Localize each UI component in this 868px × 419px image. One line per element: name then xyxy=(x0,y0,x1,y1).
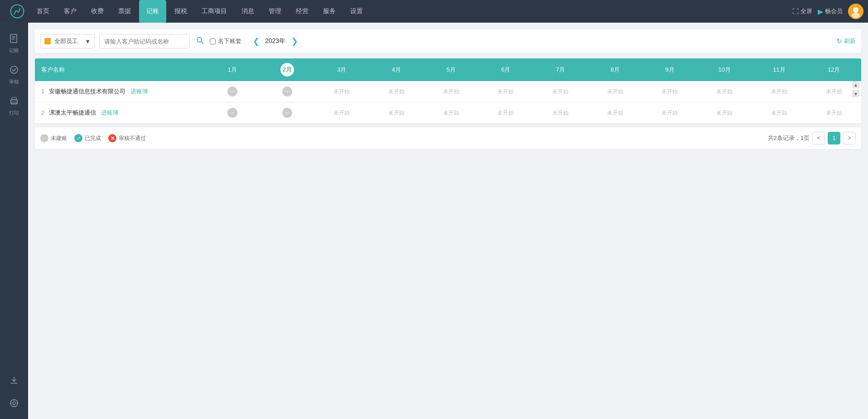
month-cell-5: 未开始 xyxy=(478,81,533,102)
support-icon xyxy=(7,396,21,410)
status-not-started: 未开始 xyxy=(552,110,569,116)
month-cell-4: 未开始 xyxy=(424,102,478,124)
nav-client[interactable]: 客户 xyxy=(57,0,84,23)
nav-right-area: ⛶ 全屏 ▶ 畅会员 xyxy=(792,4,863,19)
table-scroll[interactable]: 客户名称 1月 2月 3月 4月 5月 6月 7月 8月 9月 10月 11月 … xyxy=(35,58,861,124)
my-accounts-checkbox[interactable] xyxy=(210,39,216,44)
month-cell-11: 未开始 xyxy=(806,102,861,124)
header-month-6: 6月 xyxy=(478,58,533,81)
status-not-started: 未开始 xyxy=(716,110,733,116)
svg-point-13 xyxy=(13,402,15,405)
side-nav: 记账 审核 打印 xyxy=(0,23,28,419)
search-button[interactable] xyxy=(194,37,205,46)
member-btn[interactable]: ▶ 畅会员 xyxy=(818,7,843,16)
header-month-7: 7月 xyxy=(533,58,588,81)
side-nav-support[interactable] xyxy=(7,392,21,414)
side-nav-print[interactable]: 打印 xyxy=(0,90,28,121)
next-year-button[interactable]: ❯ xyxy=(289,36,300,47)
status-not-started: 未开始 xyxy=(661,88,678,95)
scroll-up-button[interactable]: ▲ xyxy=(852,81,859,88)
next-page-button[interactable]: > xyxy=(843,132,856,144)
status-circle: − xyxy=(227,108,237,118)
header-month-10: 10月 xyxy=(697,58,752,81)
table-row: 1 安徽畅捷通信息技术有限公司 进账簿 −−未开始未开始未开始未开始未开始未开始… xyxy=(35,81,861,102)
status-not-started: 未开始 xyxy=(661,110,678,116)
client-num: 2 xyxy=(41,109,44,116)
svg-point-8 xyxy=(10,66,18,73)
status-not-started: 未开始 xyxy=(771,110,787,116)
fullscreen-label: 全屏 xyxy=(800,7,812,15)
nav-message[interactable]: 消息 xyxy=(234,0,261,23)
status-not-started: 未开始 xyxy=(552,88,569,95)
fullscreen-icon: ⛶ xyxy=(792,8,799,15)
play-icon: ▶ xyxy=(818,7,823,16)
nav-operation[interactable]: 经营 xyxy=(289,0,316,23)
client-cell-1: 2 漯澳太平畅捷通信 进账簿 xyxy=(35,102,205,124)
side-nav-audit[interactable]: 审核 xyxy=(0,58,28,90)
refresh-label: 刷新 xyxy=(844,37,856,45)
footer: 未建账 ✓ 已完成 ✕ 审核不通过 共2条记录，1页 < 1 > xyxy=(35,127,861,149)
refresh-icon: ↻ xyxy=(836,37,842,45)
nav-manage[interactable]: 管理 xyxy=(261,0,289,23)
toolbar: 全部员工 ▼ 名下账套 ❮ 2023年 ❯ ↻ 刷新 xyxy=(35,29,861,53)
nav-tax[interactable]: 报税 xyxy=(167,0,194,23)
client-cell-0: 1 安徽畅捷通信息技术有限公司 进账簿 xyxy=(35,81,205,102)
nav-menu: 首页 客户 收费 票据 记账 报税 工商项目 消息 管理 经营 服务 设置 xyxy=(29,0,792,23)
refresh-button[interactable]: ↻ 刷新 xyxy=(836,37,856,45)
svg-point-2 xyxy=(853,7,858,13)
header-month-9: 9月 xyxy=(642,58,697,81)
client-name: 安徽畅捷通信息技术有限公司 xyxy=(49,88,125,95)
active-month-circle: 2月 xyxy=(280,63,294,77)
nav-home[interactable]: 首页 xyxy=(29,0,57,23)
month-cell-2: 未开始 xyxy=(314,81,369,102)
fullscreen-btn[interactable]: ⛶ 全屏 xyxy=(792,7,812,15)
page-1-button[interactable]: 1 xyxy=(828,132,840,144)
status-not-started: 未开始 xyxy=(771,88,787,95)
status-not-started: 未开始 xyxy=(497,110,514,116)
month-cell-1: − xyxy=(260,102,314,124)
svg-point-3 xyxy=(852,13,860,18)
employee-select[interactable]: 全部员工 ▼ xyxy=(40,34,95,48)
status-not-started: 未开始 xyxy=(607,110,623,116)
status-not-started: 未开始 xyxy=(716,88,733,95)
my-accounts-checkbox-label[interactable]: 名下账套 xyxy=(210,37,241,45)
top-nav: 首页 客户 收费 票据 记账 报税 工商项目 消息 管理 经营 服务 设置 ⛶ … xyxy=(0,0,868,23)
prev-year-button[interactable]: ❮ xyxy=(251,36,261,47)
data-table-container: 客户名称 1月 2月 3月 4月 5月 6月 7月 8月 9月 10月 11月 … xyxy=(35,58,861,124)
month-cell-9: 未开始 xyxy=(697,81,752,102)
nav-service[interactable]: 服务 xyxy=(316,0,343,23)
avatar[interactable] xyxy=(848,4,863,19)
month-cell-0: − xyxy=(205,81,260,102)
status-circle: − xyxy=(282,87,292,96)
legend-not-created-label: 未建账 xyxy=(51,135,67,142)
status-not-started: 未开始 xyxy=(388,88,405,95)
nav-invoice[interactable]: 票据 xyxy=(111,0,138,23)
legend-completed: ✓ 已完成 xyxy=(74,134,101,142)
status-not-started: 未开始 xyxy=(443,88,459,95)
enter-ledger-link[interactable]: 进账簿 xyxy=(130,88,148,95)
chevron-down-icon: ▼ xyxy=(85,38,91,45)
status-not-started: 未开始 xyxy=(497,88,514,95)
nav-ledger[interactable]: 记账 xyxy=(139,0,166,23)
header-month-4: 4月 xyxy=(369,58,424,81)
scroll-down-button[interactable]: ▼ xyxy=(852,90,859,97)
nav-fee[interactable]: 收费 xyxy=(84,0,111,23)
status-not-started: 未开始 xyxy=(607,88,623,95)
client-num: 1 xyxy=(41,88,44,95)
search-input[interactable] xyxy=(99,34,190,48)
status-not-started: 未开始 xyxy=(443,110,459,116)
header-month-11: 11月 xyxy=(752,58,807,81)
table-row: 2 漯澳太平畅捷通信 进账簿 −−未开始未开始未开始未开始未开始未开始未开始未开… xyxy=(35,102,861,124)
side-nav-download[interactable] xyxy=(7,369,21,392)
prev-page-button[interactable]: < xyxy=(812,132,825,144)
month-cell-7: 未开始 xyxy=(588,81,642,102)
month-cell-6: 未开始 xyxy=(533,102,588,124)
nav-business[interactable]: 工商项目 xyxy=(194,0,234,23)
month-cell-4: 未开始 xyxy=(424,81,478,102)
side-nav-ledger[interactable]: 记账 xyxy=(0,27,28,58)
table-header-row: 客户名称 1月 2月 3月 4月 5月 6月 7月 8月 9月 10月 11月 … xyxy=(35,58,861,81)
data-table: 客户名称 1月 2月 3月 4月 5月 6月 7月 8月 9月 10月 11月 … xyxy=(35,58,861,124)
enter-ledger-link[interactable]: 进账簿 xyxy=(101,109,119,116)
nav-settings[interactable]: 设置 xyxy=(343,0,370,23)
status-not-started: 未开始 xyxy=(333,110,350,116)
